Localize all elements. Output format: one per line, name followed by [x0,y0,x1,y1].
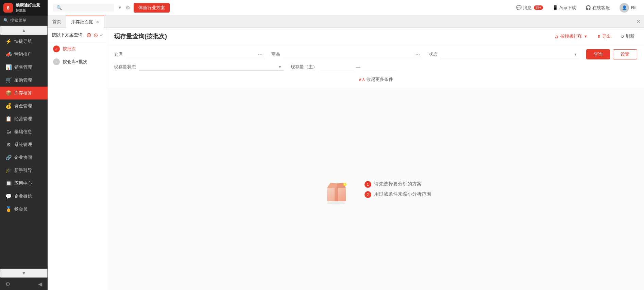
message-btn[interactable]: 💬 消息 99+ [514,3,545,12]
circle-icon: ○ [55,60,57,64]
warehouse-dots-btn[interactable]: ··· [258,51,262,57]
sidebar-item-basic[interactable]: 🗂 基础信息 [0,125,48,138]
sidebar-search[interactable]: 🔍 搜索菜单 [0,16,48,26]
scheme-label: 按仓库+批次 [63,59,87,65]
tabbar: 首页 库存批次账 ✕ ✕ [48,16,644,28]
print-icon: 🖨 [555,34,559,39]
main-area: 🔍 ▼ ⚙ 体验行业方案 💬 消息 99+ 📱 App下载 🎧 在线客服 [48,0,644,290]
headset-icon: 🎧 [586,5,591,10]
add-scheme-btn[interactable]: ⊕ [86,31,91,39]
topbar-dropdown-icon[interactable]: ▼ [118,5,122,10]
filter-row-1: 仓库 ··· 商品 ··· 状态 [114,49,637,59]
sidebar-item-finance[interactable]: 💰 资金管理 [0,99,48,112]
sidebar-item-label: 企业微信 [14,193,32,199]
tab-batch[interactable]: 库存批次账 ✕ [66,16,104,28]
sidebar-item-label: 资金管理 [14,103,32,109]
quick-nav-icon: ⚡ [5,38,12,44]
export-label: 导出 [602,33,611,39]
topbar-settings-icon[interactable]: ⚙ [125,4,130,11]
experience-btn[interactable]: 体验行业方案 [134,3,170,13]
online-service-btn[interactable]: 🎧 在线客服 [583,3,612,12]
tab-label: 首页 [52,19,61,25]
filter-area: 仓库 ··· 商品 ··· 状态 [107,45,644,89]
status-select[interactable]: ▼ [440,51,579,58]
sidebar-item-label: 快捷导航 [14,38,32,44]
basic-icon: 🗂 [5,129,12,135]
tab-close-btn[interactable]: ✕ [96,20,99,24]
page-title: 现存量查询(按批次) [114,32,167,40]
purchase-icon: 🛒 [5,77,12,83]
sidebar-scroll-down[interactable]: ▼ [0,269,48,278]
refresh-btn[interactable]: ↺ 刷新 [618,32,637,41]
app-download-label: App下载 [559,5,576,11]
sidebar-item-system[interactable]: ⚙ 系统管理 [0,138,48,151]
sidebar-item-newbie[interactable]: 🎓 新手引导 [0,164,48,177]
collapse-panel-btn[interactable]: « [100,32,103,38]
sidebar-item-label: 经营管理 [14,116,32,122]
inventory-status-select[interactable]: ▼ [139,64,284,71]
sales-icon: 📊 [5,64,12,70]
collapse-sidebar-icon[interactable]: ◀ [38,281,42,287]
sidebar-item-operations[interactable]: 📋 经营管理 [0,112,48,125]
scheme-settings-btn[interactable]: ⊙ [94,32,98,38]
query-btn[interactable]: 查询 [586,49,610,59]
status-dropdown-icon[interactable]: ▼ [574,52,577,56]
sidebar-item-label: 畅会员 [14,206,28,212]
quantity-dash: — [356,65,360,70]
topbar-search-box[interactable]: 🔍 [53,4,114,12]
close-all-tabs-btn[interactable]: ✕ [636,18,641,25]
sidebar-item-wechat[interactable]: 💬 企业微信 [0,190,48,203]
tip-number-2: 2 [365,191,371,198]
sidebar-item-purchase[interactable]: 🛒 采购管理 [0,74,48,87]
sidebar-item-member[interactable]: 🏅 畅会员 [0,203,48,216]
tab-home[interactable]: 首页 [48,16,66,28]
app-download-btn[interactable]: 📱 App下载 [550,3,578,12]
warehouse-select[interactable]: ··· [125,50,265,59]
sidebar-header: 6 畅康通好生意 标准版 [0,0,48,16]
search-label: 搜索菜单 [10,18,27,23]
online-service-label: 在线客服 [592,5,610,11]
svg-rect-1 [335,188,338,201]
sidebar-item-marketing[interactable]: 📣 营销推广 [0,48,48,61]
export-icon: ⬆ [597,34,601,39]
sidebar-item-label: 营销推广 [14,51,32,57]
user-menu-btn[interactable]: 👤 Rit [617,2,639,14]
print-btn[interactable]: 🖨 按模板打印 ▼ [552,32,590,41]
refresh-label: 刷新 [626,33,634,39]
quantity-min-input[interactable] [320,63,354,71]
enterprise-icon: 🔗 [5,155,12,161]
product-select[interactable]: ··· [283,50,422,59]
sidebar-scroll-up[interactable]: ▲ [0,26,48,35]
setting-btn[interactable]: 设置 [613,49,637,59]
sidebar-item-enterprise[interactable]: 🔗 企业协同 [0,151,48,164]
sidebar-item-label: 新手引导 [14,167,32,174]
topbar-right: 💬 消息 99+ 📱 App下载 🎧 在线客服 👤 Rit [514,2,639,14]
sidebar-item-appstore[interactable]: 🔲 应用中心 [0,177,48,190]
sidebar-item-quick-nav[interactable]: ⚡ 快捷导航 [0,35,48,48]
quantity-max-input[interactable] [362,63,396,71]
topbar-left: 🔍 ▼ ⚙ 体验行业方案 [53,3,170,13]
product-label: 商品 [271,51,280,57]
sidebar-item-label: 应用中心 [14,180,32,186]
member-icon: 🏅 [5,206,12,212]
topbar-search-input[interactable] [64,5,98,10]
newbie-icon: 🎓 [5,167,12,174]
quantity-field: 现存量（主） — [291,63,461,71]
sidebar-item-sales[interactable]: 📊 销售管理 [0,61,48,74]
export-btn[interactable]: ⬆ 导出 [594,32,614,41]
tip-text-2: 用过滤条件来缩小分析范围 [374,191,431,197]
sidebar-nav: ⚡ 快捷导航 📣 营销推广 📊 销售管理 🛒 采购管理 📦 库存核算 💰 资金管… [0,35,48,269]
sidebar: 6 畅康通好生意 标准版 🔍 搜索菜单 ▲ ⚡ 快捷导航 📣 营销推广 📊 销售… [0,0,48,290]
tab-right-actions: ✕ [636,18,644,25]
print-dropdown-icon[interactable]: ▼ [584,34,588,38]
sidebar-item-inventory[interactable]: 📦 库存核算 [0,87,48,99]
settings-icon[interactable]: ⚙ [5,281,10,287]
search-icon: 🔍 [3,18,9,23]
scheme-item-warehouse-batch[interactable]: ○ 按仓库+批次 [48,55,107,68]
inventory-status-dropdown-icon[interactable]: ▼ [278,65,282,69]
collapse-filter-btn[interactable]: ∧∧ 收起更多条件 [114,74,637,85]
wechat-icon: 💬 [5,193,12,199]
product-dots-btn[interactable]: ··· [416,51,420,57]
scheme-item-batch[interactable]: ✓ 按批次 [48,42,107,55]
marketing-icon: 📣 [5,51,12,57]
